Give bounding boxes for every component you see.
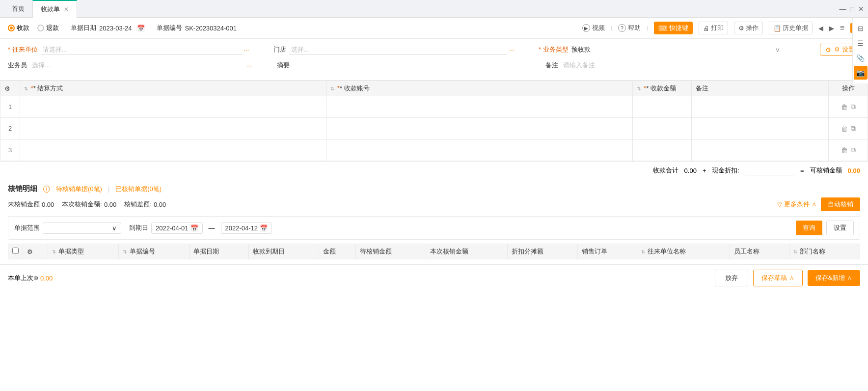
sidebar-camera-icon[interactable]: 📷 (854, 66, 868, 80)
form-row-1: * 往来单位 ··· 门店 ··· * 业务类型 预收款 ∨ ⚙ ⚙ 设置 (8, 44, 860, 56)
row-3-remarks[interactable] (692, 140, 829, 161)
range-select[interactable]: ∨ (43, 223, 121, 234)
due-date-to[interactable]: 2022-04-12 📅 (221, 223, 272, 234)
row-2-remarks[interactable] (692, 118, 829, 140)
discount-label: 现金折扣: (712, 166, 739, 175)
row-2-delete-icon[interactable]: 🗑 (841, 125, 848, 133)
calendar-icon[interactable]: 📅 (137, 25, 145, 32)
filter-settings-button[interactable]: 设置 (826, 221, 854, 235)
row-1-remarks[interactable] (692, 96, 829, 118)
verification-table: ⚙ ⇅ 单据类型 ⇅ 单据编号 单据日期 收款到期日 金额 待核销金额 (8, 244, 860, 259)
sidebar-clip-icon[interactable]: 📎 (854, 51, 868, 65)
row-2-settlement[interactable] (20, 118, 326, 140)
abandon-button[interactable]: 放弃 (715, 270, 748, 286)
col-store-header: ⇅ 部门名称 (789, 244, 860, 259)
pending-tab[interactable]: 待核销单据(0笔) (56, 185, 102, 194)
diff-value: 0.00 (154, 201, 166, 208)
row-1-copy-icon[interactable]: ⧉ (851, 103, 856, 111)
carry-label: 本单上次⊙ (8, 274, 38, 282)
counterpart-more-icon[interactable]: ··· (244, 46, 249, 54)
counterpart-field: * 往来单位 ··· (8, 45, 249, 55)
tab-home[interactable]: 首页 (4, 0, 32, 18)
store-more-icon[interactable]: ··· (509, 46, 515, 54)
verify-info-icon[interactable]: i (43, 186, 50, 193)
sidebar-list-icon[interactable]: ☰ (854, 36, 868, 50)
print-btn[interactable]: 🖨 打印 (699, 22, 728, 34)
bill-date-value: 2023-03-24 (99, 25, 132, 32)
row-2-num: 2 (0, 118, 20, 140)
row-3-settlement[interactable] (20, 140, 326, 161)
filter-buttons: 查询 设置 (796, 221, 854, 235)
select-all-checkbox[interactable] (12, 248, 19, 254)
due-date-from[interactable]: 2022-04-01 📅 (151, 223, 203, 234)
history-btn[interactable]: 📋 历史单据 (769, 22, 813, 34)
tab-receipt[interactable]: 收款单 ✕ (32, 0, 77, 18)
col-sales-order-header: 销售订单 (578, 244, 637, 259)
sort-amount-icon[interactable]: ⇅ (637, 86, 641, 91)
col-amount-header2: 金额 (319, 244, 355, 259)
row-2-copy-icon[interactable]: ⧉ (851, 124, 856, 133)
nav-prev-icon[interactable]: ◀ (818, 25, 823, 32)
unchecked-value: 0.00 (42, 201, 54, 208)
actions-btn[interactable]: ⚙ 操作 (734, 22, 763, 34)
row-3-delete-icon[interactable]: 🗑 (841, 146, 848, 154)
salesperson-more-icon[interactable]: ··· (247, 62, 252, 69)
form-row-2: 业务员 ··· 摘要 备注 (8, 60, 860, 70)
col-gear-header[interactable]: ⚙ (0, 81, 20, 96)
table-gear2-icon[interactable]: ⚙ (27, 248, 33, 255)
sort-settlement-icon[interactable]: ⇅ (24, 86, 28, 91)
range-label: 单据范围 (14, 223, 40, 232)
bill-no-field: 单据编号 SK-20230324-001 (157, 24, 237, 32)
save-draft-button[interactable]: 保存草稿 ∧ (753, 270, 803, 286)
carry-value: 0.00 (40, 275, 53, 282)
summary-input[interactable] (293, 60, 521, 70)
col-salesperson-header: 员工名称 (730, 244, 789, 259)
discount-input[interactable] (745, 166, 794, 175)
row-2-account[interactable] (326, 118, 633, 140)
col-bill-no-header: ⇅ 单据编号 (118, 244, 189, 259)
business-type-arrow-icon[interactable]: ∨ (775, 46, 780, 54)
sidebar-table-icon[interactable]: ⊟ (854, 22, 868, 35)
save-new-button[interactable]: 保存&新增 ∧ (808, 270, 860, 286)
store-field: 门店 ··· (273, 45, 515, 55)
bill-date-label: 单据日期 (71, 24, 96, 32)
unchecked-stat: 未核销金额 0.00 (8, 200, 54, 209)
col-gear2-header[interactable]: ⚙ (23, 244, 48, 259)
row-1-settlement[interactable] (20, 96, 326, 118)
toolbar: 收款 退款 单据日期 2023-03-24 📅 单据编号 SK-20230324… (0, 18, 868, 39)
counterpart-input[interactable] (41, 45, 242, 55)
close-window-icon[interactable]: ✕ (858, 5, 864, 13)
row-1-account[interactable] (326, 96, 633, 118)
radio-refund[interactable]: 退款 (37, 24, 59, 32)
row-1-delete-icon[interactable]: 🗑 (841, 103, 848, 111)
done-tab[interactable]: 已核销单据(0笔) (115, 185, 162, 194)
row-2-amount[interactable] (633, 118, 692, 140)
available-label: 可核销金额 (810, 166, 842, 175)
shortcuts-btn[interactable]: ⌨ 快捷键 (654, 22, 693, 34)
diff-stat: 核销差额: 0.00 (124, 200, 166, 209)
store-input[interactable] (289, 45, 508, 55)
due-date-label: 到期日 (129, 223, 148, 232)
form-area: * 往来单位 ··· 门店 ··· * 业务类型 预收款 ∨ ⚙ ⚙ 设置 (0, 39, 868, 81)
auto-verify-button[interactable]: 自动核销 (821, 197, 860, 211)
view-list-icon[interactable]: ≡ (840, 24, 844, 32)
tab-close-icon[interactable]: ✕ (64, 6, 69, 13)
more-conditions-btn[interactable]: ▽ 更多条件 ∧ (777, 200, 817, 209)
sort-account-icon[interactable]: ⇅ (330, 86, 334, 91)
radio-receive[interactable]: 收款 (8, 24, 29, 32)
radio-refund-dot (37, 25, 44, 31)
restore-icon[interactable]: □ (850, 5, 854, 13)
row-3-account[interactable] (326, 140, 633, 161)
minimize-icon[interactable]: — (840, 5, 846, 13)
salesperson-input[interactable] (30, 60, 245, 70)
video-btn[interactable]: ▶ 视频 (582, 24, 605, 32)
query-button[interactable]: 查询 (796, 221, 822, 235)
row-3-copy-icon[interactable]: ⧉ (851, 146, 856, 154)
row-1-amount[interactable] (633, 96, 692, 118)
nav-next-icon[interactable]: ▶ (829, 25, 834, 32)
table-gear-icon[interactable]: ⚙ (4, 85, 10, 92)
help-btn[interactable]: ? 帮助 (618, 24, 641, 32)
summary-row: 收款合计 0.00 + 现金折扣: = 可核销金额 0.00 (0, 161, 868, 179)
remarks-input[interactable] (561, 60, 790, 70)
row-3-amount[interactable] (633, 140, 692, 161)
